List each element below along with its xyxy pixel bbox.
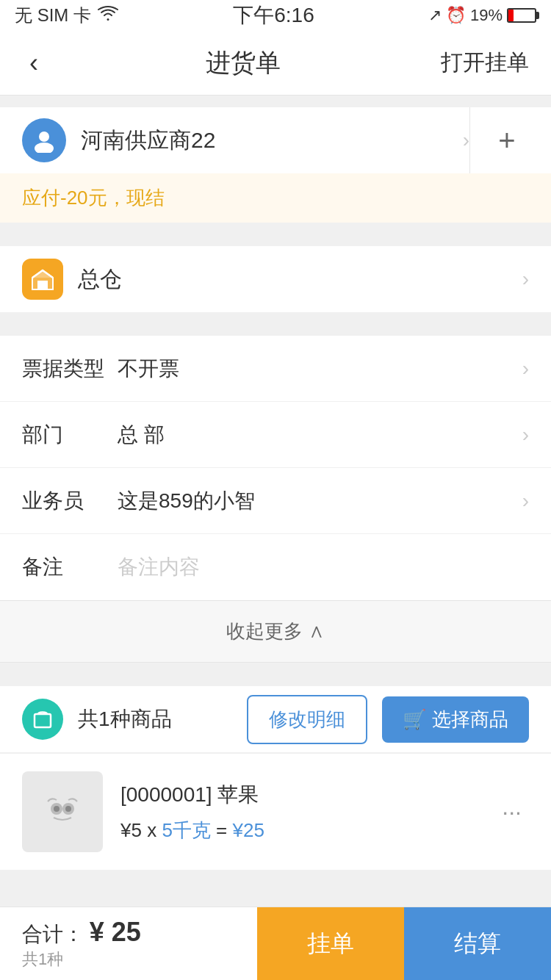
footer-total-row: 合计： ¥ 25 xyxy=(22,917,235,948)
settle-button[interactable]: 结算 xyxy=(404,907,551,981)
gap-4 xyxy=(0,663,551,674)
supplier-avatar xyxy=(22,118,66,162)
svg-point-1 xyxy=(35,143,54,153)
invoice-label: 票据类型 xyxy=(22,355,110,383)
department-row[interactable]: 部门 总 部 › xyxy=(0,402,551,468)
svg-point-8 xyxy=(65,806,71,812)
products-header: 共1种商品 修改明细 🛒 选择商品 xyxy=(0,686,551,752)
status-bar: 无 SIM 卡 下午6:16 ↗ ⏰ 19% xyxy=(0,0,551,31)
total-count: 共1种 xyxy=(22,948,235,970)
nav-bar: ‹ 进货单 打开挂单 xyxy=(0,31,551,96)
salesman-chevron-icon: › xyxy=(522,489,529,513)
department-value: 总 部 xyxy=(110,421,515,449)
status-time: 下午6:16 xyxy=(233,1,314,29)
gap-3 xyxy=(0,312,551,324)
svg-rect-4 xyxy=(35,714,51,727)
add-supplier-button[interactable]: + xyxy=(485,107,529,173)
svg-point-7 xyxy=(54,806,60,812)
gap-2 xyxy=(0,223,551,234)
product-info: [0000001] 苹果 ¥5 x 5千克 = ¥25 xyxy=(120,781,477,843)
gap-1 xyxy=(0,96,551,107)
remark-row[interactable]: 备注 备注内容 xyxy=(0,534,551,600)
status-right: ↗ ⏰ 19% xyxy=(428,6,536,25)
collapse-bar[interactable]: 收起更多 ∧ xyxy=(0,600,551,663)
sim-label: 无 SIM 卡 xyxy=(15,4,91,27)
product-count-label: 共1种商品 xyxy=(78,705,232,733)
product-price: ¥5 x 5千克 = ¥25 xyxy=(120,818,477,843)
battery-label: 19% xyxy=(470,6,503,25)
product-name: [0000001] 苹果 xyxy=(120,781,477,809)
location-icon: ↗ xyxy=(428,6,442,25)
chevron-right-icon: › xyxy=(463,129,469,152)
salesman-label: 业务员 xyxy=(22,487,110,515)
footer-total: 合计： ¥ 25 共1种 xyxy=(0,917,257,970)
alarm-icon: ⏰ xyxy=(446,6,466,25)
warehouse-section[interactable]: 总仓 › xyxy=(0,246,551,312)
warehouse-chevron-icon: › xyxy=(522,267,529,291)
remark-input[interactable]: 备注内容 xyxy=(110,553,529,581)
back-button[interactable]: ‹ xyxy=(22,40,46,86)
battery-icon xyxy=(507,8,536,23)
product-item: [0000001] 苹果 ¥5 x 5千克 = ¥25 ··· xyxy=(0,754,551,870)
total-label: 合计： xyxy=(22,923,84,945)
select-product-button[interactable]: 🛒 选择商品 xyxy=(382,696,529,743)
page-title: 进货单 xyxy=(206,46,281,80)
total-amount: ¥ 25 xyxy=(90,917,141,947)
pending-button[interactable]: 挂单 xyxy=(257,907,404,981)
cart-icon: 🛒 xyxy=(403,708,426,731)
invoice-value: 不开票 xyxy=(110,355,515,383)
invoice-row[interactable]: 票据类型 不开票 › xyxy=(0,336,551,402)
product-more-button[interactable]: ··· xyxy=(494,791,529,833)
svg-point-0 xyxy=(39,131,49,142)
salesman-value: 这是859的小智 xyxy=(110,487,515,515)
footer-bar: 合计： ¥ 25 共1种 挂单 结算 xyxy=(0,907,551,980)
department-label: 部门 xyxy=(22,421,110,449)
edit-detail-button[interactable]: 修改明细 xyxy=(247,695,367,744)
salesman-row[interactable]: 业务员 这是859的小智 › xyxy=(0,468,551,534)
wifi-icon xyxy=(97,5,119,26)
supplier-section: 河南供应商22 › + xyxy=(0,107,551,173)
warehouse-name: 总仓 xyxy=(78,264,515,295)
form-section: 票据类型 不开票 › 部门 总 部 › 业务员 这是859的小智 › 备注 备注… xyxy=(0,336,551,600)
status-left: 无 SIM 卡 xyxy=(15,4,119,27)
notice-banner: 应付-20元，现结 xyxy=(0,173,551,223)
warehouse-icon xyxy=(22,259,63,300)
products-icon xyxy=(22,699,63,740)
invoice-chevron-icon: › xyxy=(522,357,529,381)
remark-label: 备注 xyxy=(22,553,110,581)
product-thumbnail xyxy=(22,771,103,852)
supplier-row[interactable]: 河南供应商22 › xyxy=(22,107,470,173)
supplier-name: 河南供应商22 xyxy=(81,126,455,156)
svg-rect-3 xyxy=(32,278,53,289)
open-pending-button[interactable]: 打开挂单 xyxy=(441,48,529,78)
department-chevron-icon: › xyxy=(522,423,529,447)
